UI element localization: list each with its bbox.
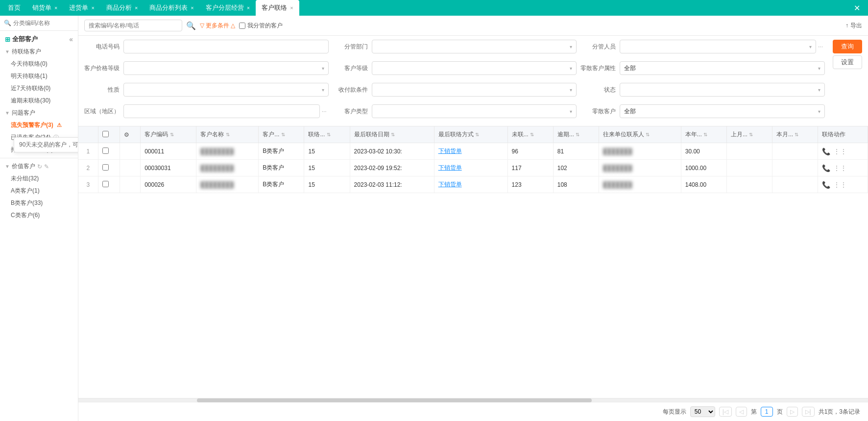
filter-status-select[interactable]: ▾: [620, 83, 825, 97]
refresh-icon[interactable]: ↻: [37, 163, 42, 170]
th-overdue[interactable]: 逾期... ⇅: [553, 126, 599, 143]
edit-icon[interactable]: ✎: [44, 163, 49, 170]
sidebar-item-class-a[interactable]: A类客户(1): [0, 185, 78, 197]
next-page-button[interactable]: ▷: [787, 407, 798, 417]
td-method-1[interactable]: 下销货单: [434, 160, 507, 176]
td-checkbox-2[interactable]: [98, 176, 120, 193]
tab-sales-order[interactable]: 销货单 ×: [26, 0, 63, 16]
tab-close-product-analysis-list[interactable]: ×: [191, 5, 193, 11]
action-more-icon-0[interactable]: ⋮⋮: [833, 148, 847, 155]
sidebar-all-customers[interactable]: ⊞ 全部客户 «: [0, 31, 78, 46]
filter-nature-select[interactable]: ▾: [123, 83, 329, 97]
tab-close-purchase-order[interactable]: ×: [91, 5, 94, 11]
sidebar-group-pending[interactable]: ▼ 待联络客户: [0, 46, 78, 58]
triangle-icon: ▼: [5, 49, 10, 54]
filter-dept-select[interactable]: ▾: [372, 40, 577, 53]
filter-search-input[interactable]: [84, 20, 182, 31]
td-date-0: 2023-03-02 10:30:: [350, 143, 434, 160]
sidebar-item-today-contact[interactable]: 今天待联络(0): [0, 58, 78, 70]
chevron-down-icon-3: ▾: [322, 66, 324, 71]
td-checkbox-0[interactable]: [98, 143, 120, 160]
filter-bar: 🔍 ▽ 更多条件 △ 我分管的客户 ↑ 导出: [78, 16, 868, 36]
sidebar-group-problem[interactable]: ▼ 问题客户: [0, 107, 78, 119]
action-phone-icon-2[interactable]: 📞: [822, 181, 830, 189]
export-button[interactable]: ↑ 导出: [845, 22, 862, 30]
tab-product-analysis-list[interactable]: 商品分析列表 ×: [144, 0, 199, 16]
my-customers-checkbox[interactable]: [239, 23, 245, 29]
td-method-0[interactable]: 下销货单: [434, 143, 507, 160]
prev-page-button[interactable]: ◁: [736, 407, 747, 417]
row-checkbox-2[interactable]: [102, 181, 109, 187]
per-page-select[interactable]: 50 100: [690, 406, 715, 417]
tab-product-analysis[interactable]: 商品分析 ×: [100, 0, 144, 16]
horizontal-scroll-thumb[interactable]: [197, 398, 592, 402]
tab-customer-contact[interactable]: 客户联络 ×: [256, 0, 299, 16]
filter-price-level-select[interactable]: ▾: [123, 61, 329, 75]
action-phone-icon-0[interactable]: 📞: [822, 148, 830, 155]
th-customer-type[interactable]: 客户... ⇅: [259, 126, 304, 143]
th-gear[interactable]: ⚙: [120, 126, 141, 143]
tab-close-sales-order[interactable]: ×: [54, 5, 57, 11]
th-last-contact-date[interactable]: 最后联络日期 ⇅: [350, 126, 434, 143]
grid-icon: ⊞: [5, 36, 10, 43]
sidebar-item-churn-warning[interactable]: 流失预警客户(3) ⚠: [0, 119, 78, 131]
area-more-button[interactable]: ···: [320, 108, 329, 115]
td-checkbox-1[interactable]: [98, 160, 120, 176]
td-contact-1: 15: [304, 160, 350, 176]
tab-close-customer-contact[interactable]: ×: [290, 5, 293, 11]
sidebar-item-class-c[interactable]: C类客户(6): [0, 209, 78, 222]
my-customers-checkbox-label[interactable]: 我分管的客户: [239, 22, 283, 30]
chevron-down-icon-9: ▾: [570, 109, 572, 114]
filter-person-select[interactable]: ▾: [620, 40, 816, 53]
th-last-month[interactable]: 上月... ⇅: [726, 126, 772, 143]
filter-customer-level-select[interactable]: ▾: [372, 61, 577, 75]
action-phone-icon-1[interactable]: 📞: [822, 164, 830, 172]
last-page-button[interactable]: ▷|: [802, 407, 815, 417]
customer-table: ⚙ 客户编码 ⇅ 客户名称 ⇅ 客户... ⇅ 联络... ⇅ 最后联络日期 ⇅…: [78, 126, 868, 193]
sidebar-item-overdue-contact[interactable]: 逾期未联络(30): [0, 95, 78, 107]
filter-phone-input[interactable]: [123, 40, 329, 53]
filter-zero-attr-select[interactable]: 全部 ▾: [620, 61, 825, 75]
filter-search-button[interactable]: 🔍: [186, 21, 196, 30]
tab-close-customer-tier[interactable]: ×: [247, 5, 250, 11]
th-unit-contact[interactable]: 往来单位联系人 ⇅: [599, 126, 681, 143]
table-row: 1 000011 ████████ B类客户 15 2023-03-02 10:…: [78, 143, 868, 160]
sidebar-item-7days-contact[interactable]: 近7天待联络(0): [0, 82, 78, 95]
sidebar-search-input[interactable]: [13, 20, 78, 26]
sidebar-group-value[interactable]: ▼ 价值客户 ↻ ✎: [0, 160, 78, 173]
select-all-checkbox[interactable]: [102, 131, 109, 137]
filter-more-button[interactable]: ▽ 更多条件 △: [200, 22, 235, 30]
sidebar-item-tomorrow-contact[interactable]: 明天待联络(1): [0, 70, 78, 82]
row-checkbox-1[interactable]: [102, 164, 109, 171]
close-all-tabs-button[interactable]: ✕: [848, 3, 866, 13]
th-this-month[interactable]: 本月... ⇅: [772, 126, 818, 143]
filter-zero-customer-select[interactable]: 全部 ▾: [620, 104, 825, 118]
th-customer-name[interactable]: 客户名称 ⇅: [196, 126, 259, 143]
action-more-icon-1[interactable]: ⋮⋮: [833, 164, 847, 172]
th-this-year[interactable]: 本年... ⇅: [681, 126, 726, 143]
settings-button[interactable]: 设置: [833, 55, 862, 69]
person-more-button[interactable]: ···: [816, 43, 825, 50]
sidebar-collapse-button[interactable]: «: [69, 35, 73, 43]
tab-customer-tier[interactable]: 客户分层经营 ×: [200, 0, 256, 16]
tab-purchase-order[interactable]: 进货单 ×: [63, 0, 100, 16]
row-checkbox-0[interactable]: [102, 148, 109, 154]
query-button[interactable]: 查询: [833, 40, 862, 53]
sidebar-item-class-b[interactable]: B类客户(33): [0, 197, 78, 209]
th-unlisted[interactable]: 未联... ⇅: [507, 126, 553, 143]
sidebar-item-ungrouped[interactable]: 未分组(32): [0, 173, 78, 185]
td-method-2[interactable]: 下销货单: [434, 176, 507, 193]
filter-customer-type-select[interactable]: ▾: [372, 104, 577, 118]
horizontal-scrollbar[interactable]: [78, 398, 868, 402]
action-more-icon-2[interactable]: ⋮⋮: [833, 181, 847, 189]
first-page-button[interactable]: |◁: [719, 407, 732, 417]
tab-close-product-analysis[interactable]: ×: [135, 5, 138, 11]
filter-area-select[interactable]: [123, 104, 320, 118]
th-contact[interactable]: 联络... ⇅: [304, 126, 350, 143]
th-checkbox[interactable]: [98, 126, 120, 143]
th-last-contact-method[interactable]: 最后联络方式 ⇅: [434, 126, 507, 143]
th-customer-code[interactable]: 客户编码 ⇅: [141, 126, 196, 143]
gear-icon[interactable]: ⚙: [124, 131, 129, 138]
filter-payment-select[interactable]: ▾: [372, 83, 577, 97]
tab-home[interactable]: 首页: [2, 0, 26, 16]
